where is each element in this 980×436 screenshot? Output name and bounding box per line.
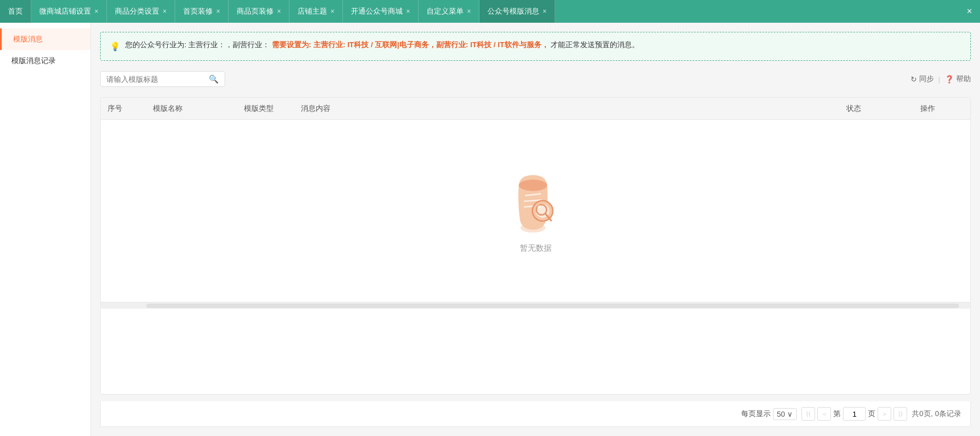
table-header: 序号模版名称模版类型消息内容状态操作: [101, 98, 970, 120]
first-page-button[interactable]: ⟨⟨: [801, 407, 815, 421]
help-button[interactable]: ❓ 帮助: [945, 74, 971, 84]
tab-close-template-msg[interactable]: ×: [543, 7, 547, 15]
page-size-value: 50: [777, 410, 785, 418]
page-size-select: 每页显示 50 ∨: [741, 408, 797, 420]
tab-close-home-decor[interactable]: ×: [216, 7, 220, 15]
tab-category[interactable]: 商品分类设置×: [107, 0, 175, 23]
tab-close-product-decor[interactable]: ×: [277, 7, 281, 15]
pagination: 每页显示 50 ∨ ⟨⟨ ＜ 第 页 ＞ ⟩⟩ 共0页, 0条记录: [100, 401, 971, 427]
page-total: 共0页, 0条记录: [912, 409, 961, 419]
sidebar-item-template-msg[interactable]: 模版消息: [0, 28, 90, 50]
tab-bar: 首页微商城店铺设置×商品分类设置×首页装修×商品页装修×店铺主题×开通公众号商城…: [0, 0, 980, 23]
table-header-cell: 模版名称: [146, 98, 237, 119]
prev-page-button[interactable]: ＜: [817, 407, 831, 421]
table-header-cell: 序号: [101, 98, 146, 119]
table-header-cell: 状态: [840, 98, 913, 119]
next-page-button[interactable]: ＞: [878, 407, 891, 421]
tab-close-store-theme[interactable]: ×: [330, 7, 334, 15]
sync-label: 同步: [919, 74, 934, 84]
tab-product-decor[interactable]: 商品页装修×: [229, 0, 290, 23]
page-size-chevron-icon: ∨: [787, 410, 793, 418]
tab-store-theme[interactable]: 店铺主题×: [290, 0, 343, 23]
scrollbar-area[interactable]: [101, 302, 970, 309]
sync-button[interactable]: ↻ 同步: [911, 74, 934, 84]
page-input[interactable]: [843, 407, 866, 421]
table-header-cell: 模版类型: [237, 98, 294, 119]
toolbar: 🔍 ↻ 同步 | ❓ 帮助: [100, 68, 971, 90]
table-container: 序号模版名称模版类型消息内容状态操作: [100, 97, 971, 395]
search-box[interactable]: 🔍: [100, 71, 225, 87]
empty-icon: [502, 168, 570, 236]
toolbar-right: ↻ 同步 | ❓ 帮助: [911, 74, 971, 84]
tab-close-custom-menu[interactable]: ×: [467, 7, 471, 15]
toolbar-divider: |: [938, 75, 940, 84]
main-layout: 模版消息模版消息记录 💡 您的公众号行业为: 主营行业：，副营行业： 需要设置为…: [0, 23, 980, 436]
page-nav: ⟨⟨ ＜ 第 页 ＞ ⟩⟩: [801, 407, 907, 421]
table-header-cell: 操作: [913, 98, 970, 119]
last-page-button[interactable]: ⟩⟩: [894, 407, 907, 421]
sync-icon: ↻: [911, 75, 917, 84]
tab-close-open-mall[interactable]: ×: [406, 7, 410, 15]
content-area: 💡 您的公众号行业为: 主营行业：，副营行业： 需要设置为: 主营行业: IT科…: [91, 23, 980, 436]
notice-highlight: 需要设置为: 主营行业: IT科技 / 互联网|电子商务，副营行业: IT科技 …: [272, 40, 549, 49]
empty-state: 暂无数据: [479, 146, 593, 276]
notice-box: 💡 您的公众号行业为: 主营行业：，副营行业： 需要设置为: 主营行业: IT科…: [100, 32, 971, 61]
help-label: 帮助: [956, 74, 971, 84]
tab-close-micro-store[interactable]: ×: [94, 7, 98, 15]
search-input[interactable]: [106, 75, 209, 84]
page-end-label: 页: [868, 409, 875, 419]
svg-point-1: [519, 180, 547, 191]
tab-close-category[interactable]: ×: [163, 7, 167, 15]
tab-micro-store[interactable]: 微商城店铺设置×: [31, 0, 107, 23]
table-body: 暂无数据: [101, 120, 970, 302]
sidebar: 模版消息模版消息记录: [0, 23, 91, 436]
global-close-button[interactable]: ×: [959, 0, 980, 23]
help-icon: ❓: [945, 75, 954, 84]
page-size-dropdown[interactable]: 50 ∨: [773, 408, 797, 420]
notice-suffix: 才能正常发送预置的消息。: [551, 40, 639, 49]
svg-point-9: [537, 205, 541, 209]
tab-home-decor[interactable]: 首页装修×: [175, 0, 229, 23]
notice-prefix: 您的公众号行业为: 主营行业：，副营行业：: [125, 40, 270, 49]
notice-icon: 💡: [110, 40, 121, 53]
page-label: 第: [833, 409, 841, 419]
scrollbar-track[interactable]: [146, 304, 959, 308]
search-button[interactable]: 🔍: [209, 74, 218, 84]
sidebar-item-template-records[interactable]: 模版消息记录: [0, 50, 90, 72]
tab-custom-menu[interactable]: 自定义菜单×: [419, 0, 479, 23]
tab-home[interactable]: 首页: [0, 0, 31, 23]
notice-text: 您的公众号行业为: 主营行业：，副营行业： 需要设置为: 主营行业: IT科技 …: [125, 39, 639, 51]
tab-template-msg[interactable]: 公众号模版消息×: [479, 0, 555, 23]
tab-open-mall[interactable]: 开通公众号商城×: [343, 0, 419, 23]
table-header-cell: 消息内容: [294, 98, 840, 119]
page-size-label: 每页显示: [741, 409, 771, 419]
empty-text: 暂无数据: [520, 243, 552, 254]
